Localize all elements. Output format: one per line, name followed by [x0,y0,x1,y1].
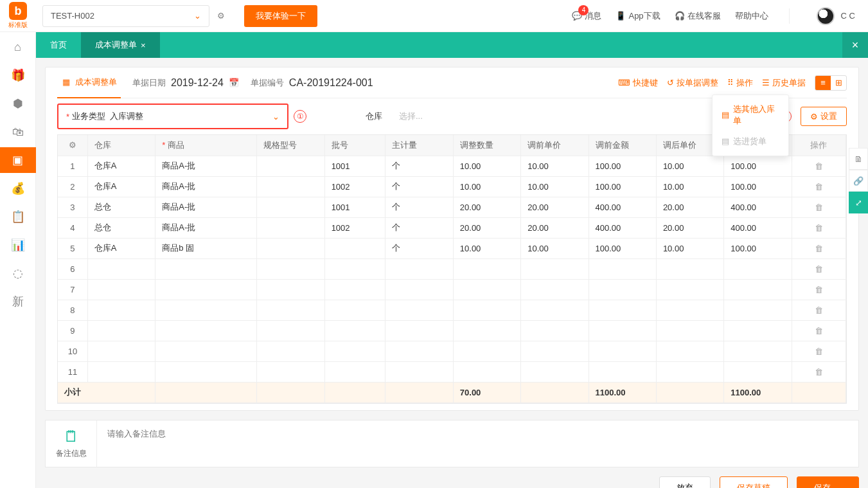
keyboard-icon: ⌨ [618,78,630,87]
table-row[interactable]: 6🗑 [58,258,846,279]
phone-icon: 📱 [616,11,626,21]
settings-button[interactable]: ⚙设置 [801,107,847,126]
user-name: C C [841,11,855,21]
tab-current[interactable]: 成本调整单 × [81,32,160,58]
list-view-icon[interactable]: ≡ [815,76,831,90]
doc-tab[interactable]: ▦ 成本调整单 [57,68,121,98]
org-value: TEST-H002 [51,11,94,21]
doc-icon: ▤ [722,136,729,146]
business-type-select[interactable]: * 业务类型 入库调整 ⌄ [57,104,288,129]
nav-gift-icon[interactable]: 🎁 [11,68,25,82]
grid-icon: ⠿ [727,78,734,87]
avatar [817,7,835,25]
nav-new-icon[interactable]: 新 [11,294,25,309]
headset-icon: 🎧 [675,11,685,21]
logo: b 标准版 [0,2,36,30]
rail-note-icon[interactable]: 🗎 [849,148,868,170]
delete-row-icon[interactable]: 🗑 [815,264,823,274]
chevron-down-icon: ⌄ [194,11,201,21]
save-draft-button[interactable]: 保存草稿 [720,476,788,489]
gear-icon: ⚙ [810,112,818,122]
delete-row-icon[interactable]: 🗑 [815,161,823,171]
table-row[interactable]: 7🗑 [58,279,846,300]
delete-row-icon[interactable]: 🗑 [815,182,823,192]
app-download-button[interactable]: 📱 App下载 [616,10,660,22]
help-button[interactable]: 帮助中心 [735,10,768,22]
table-row[interactable]: 8🗑 [58,300,846,320]
experience-button[interactable]: 我要体验一下 [244,5,317,27]
header-actions: 💬 消息 4 📱 App下载 🎧 在线客服 帮助中心 C C [572,7,855,25]
table-row[interactable]: 9🗑 [58,320,846,341]
left-nav: ⌂ 🎁 ⬢ 🛍 ▣ 💰 📋 📊 ◌ 新 [0,32,36,488]
remarks-input[interactable] [97,420,858,467]
required-mark: * [66,112,69,122]
table-row[interactable]: 5仓库A商品b 固个10.0010.00100.0010.00100.00🗑 [58,238,846,258]
messages-button[interactable]: 💬 消息 4 [572,10,601,22]
subtotal-row: 小计 70.00 1100.00 1100.00 [58,382,846,402]
tab-home[interactable]: 首页 [36,32,81,58]
note-icon: 🗒 [64,428,79,446]
top-bar: b 标准版 TEST-H002 ⌄ ⚙ 我要体验一下 💬 消息 4 📱 App下… [0,0,868,32]
history-icon: ☰ [762,78,770,87]
chevron-down-icon: ⌄ [272,112,279,122]
nav-cycle-icon[interactable]: ◌ [11,266,25,280]
table-row[interactable]: 10🗑 [58,341,846,361]
save-button[interactable]: 保存⌄ [797,476,859,489]
delete-row-icon[interactable]: 🗑 [815,347,823,356]
table-row[interactable]: 11🗑 [58,361,846,382]
nav-house-icon[interactable]: ⬢ [11,96,25,111]
by-doc-button[interactable]: ↺按单据调整 [667,77,718,89]
close-icon[interactable]: × [141,41,146,50]
gear-icon[interactable]: ⚙ [217,11,225,21]
org-select[interactable]: TEST-H002 ⌄ [42,5,209,27]
table-row[interactable]: 2仓库A商品A-批1002个10.0010.00100.0010.00100.0… [58,176,846,197]
nav-warehouse-icon[interactable]: ▣ [0,147,36,173]
by-doc-dropdown: ▤选其他入库单 ▤选进货单 [712,95,789,156]
nav-clipboard-icon[interactable]: 📋 [11,210,25,224]
dropdown-other-inbound[interactable]: ▤选其他入库单 [713,99,788,131]
nav-report-icon[interactable]: 📊 [11,238,25,252]
delete-row-icon[interactable]: 🗑 [815,244,823,253]
table-row[interactable]: 4总仓商品A-批1002个20.0020.00400.0020.00400.00… [58,217,846,238]
dropdown-purchase[interactable]: ▤选进货单 [713,131,788,152]
card-view-icon[interactable]: ⊞ [831,76,846,90]
nav-bag-icon[interactable]: 🛍 [11,125,25,139]
remarks-section: 🗒 备注信息 [45,420,859,467]
adjust-icon: ↺ [667,78,674,87]
divider [789,8,790,24]
doc-date: 单据日期 2019-12-24 📅 [132,77,239,89]
edition-label: 标准版 [8,21,28,30]
column-config-icon[interactable]: ⚙ [58,135,87,156]
table-row[interactable]: 3总仓商品A-批1001个20.0020.00400.0020.00400.00… [58,197,846,217]
rail-expand-icon[interactable]: ⤢ [849,192,868,213]
calendar-icon[interactable]: 📅 [229,78,239,88]
operations-button[interactable]: ⠿操作 [727,77,753,89]
data-grid: ⚙ 仓库 *商品 规格型号 批号 主计量 调整数量 调前单价 调前金额 调后单价… [57,134,847,404]
view-toggle[interactable]: ≡ ⊞ [815,75,847,91]
delete-row-icon[interactable]: 🗑 [815,326,823,336]
right-rail: 🗎 🔗 ⤢ [849,148,868,213]
rail-link-icon[interactable]: 🔗 [849,170,868,192]
warehouse-select[interactable]: 仓库 选择... [366,111,423,122]
delete-row-icon[interactable]: 🗑 [815,203,823,212]
nav-home-icon[interactable]: ⌂ [11,40,25,54]
remarks-icon-block: 🗒 备注信息 [46,420,97,467]
shortcut-button[interactable]: ⌨快捷键 [618,77,658,89]
customer-service-button[interactable]: 🎧 在线客服 [675,10,721,22]
delete-row-icon[interactable]: 🗑 [815,367,823,377]
discard-button[interactable]: 放弃 [659,476,711,489]
delete-row-icon[interactable]: 🗑 [815,223,823,233]
delete-row-icon[interactable]: 🗑 [815,285,823,294]
history-button[interactable]: ☰历史单据 [762,77,806,89]
nav-money-icon[interactable]: 💰 [11,181,25,195]
user-menu[interactable]: C C [817,7,855,25]
tab-strip: 首页 成本调整单 × × [36,32,868,58]
document-icon: ▦ [61,77,71,87]
chevron-down-icon: ⌄ [835,483,842,488]
message-badge: 4 [578,5,589,15]
document-card: ▦ 成本调整单 单据日期 2019-12-24 📅 单据编号 CA-201912… [45,67,859,411]
delete-row-icon[interactable]: 🗑 [815,305,823,315]
tabstrip-close-button[interactable]: × [842,32,868,58]
table-row[interactable]: 1仓库A商品A-批1001个10.0010.00100.0010.00100.0… [58,156,846,176]
doc-icon: ▤ [722,110,729,120]
